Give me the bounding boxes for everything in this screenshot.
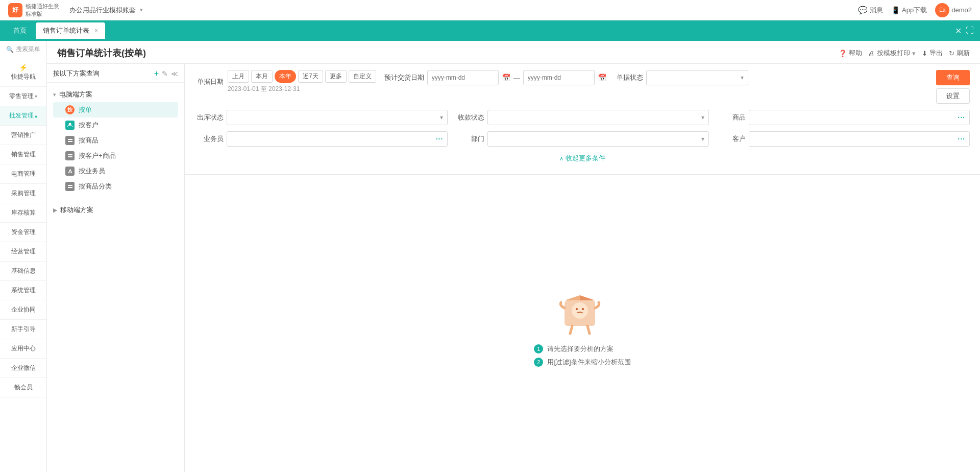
sidebar-item-finance[interactable]: 资金管理 xyxy=(0,223,46,242)
scheme-item-by-goods[interactable]: 按商品 xyxy=(53,133,178,148)
scheme-group-label: 电脑端方案 xyxy=(59,90,92,99)
page-actions: ❓ 帮助 🖨 按模板打印 ▾ ⬇ 导出 ↻ 刷新 xyxy=(839,49,970,58)
left-panel: 按以下方案查询 + ✎ ≪ ▾ 电脑端方案 按 xyxy=(47,64,185,472)
date-btn-this-year[interactable]: 本年 xyxy=(275,70,296,83)
filter-goods: 商品 ··· xyxy=(717,110,970,125)
filter-row-1: 单据日期 上月 本月 本年 近7天 更多 自定义 20 xyxy=(195,70,970,104)
scheme-item-by-order[interactable]: 按 按单 xyxy=(53,102,178,117)
scheme-icon-goods xyxy=(65,136,75,145)
scheme-item-by-category[interactable]: 按商品分类 xyxy=(53,179,178,194)
refresh-button[interactable]: ↻ 刷新 xyxy=(949,49,970,58)
scheme-icon-salesperson xyxy=(65,167,75,176)
page-header: 销售订单统计表(按单) ❓ 帮助 🖨 按模板打印 ▾ ⬇ 导出 ↻ 刷新 xyxy=(47,41,980,64)
sidebar-item-retail[interactable]: 零售管理 ▾ xyxy=(0,87,46,106)
window-close-icon[interactable]: ✕ xyxy=(955,26,962,36)
date-btn-7days[interactable]: 近7天 xyxy=(298,70,323,83)
tip-num-2: 2 xyxy=(534,358,543,367)
help-button[interactable]: ❓ 帮助 xyxy=(839,49,862,58)
empty-tips: 1 请先选择要分析的方案 2 用[过滤]条件来缩小分析范围 xyxy=(534,344,630,367)
sidebar-item-wholesale[interactable]: 批发管理 ▴ xyxy=(0,106,46,126)
sidebar-search[interactable]: 🔍 搜索菜单 xyxy=(0,41,46,58)
department-select[interactable]: ▾ xyxy=(487,131,708,147)
svg-rect-6 xyxy=(68,185,72,186)
sidebar-item-basic-info[interactable]: 基础信息 xyxy=(0,262,46,281)
tip-text-1: 请先选择要分析的方案 xyxy=(547,344,614,353)
customer-input-area[interactable]: ··· xyxy=(749,131,970,147)
pay-status-select[interactable]: ▾ xyxy=(487,110,708,125)
sidebar-item-ecommerce[interactable]: 电商管理 xyxy=(0,164,46,184)
app-download-button[interactable]: 📱 App下载 xyxy=(891,6,927,15)
add-scheme-button[interactable]: + xyxy=(154,69,159,78)
query-button[interactable]: 查询 xyxy=(936,70,970,85)
sidebar-item-app-center[interactable]: 应用中心 xyxy=(0,339,46,359)
date-dash: — xyxy=(513,74,520,82)
settings-button[interactable]: 设置 xyxy=(936,88,970,104)
sidebar-item-marketing[interactable]: 营销推广 xyxy=(0,126,46,145)
tab-close-icon[interactable]: × xyxy=(94,27,98,34)
dropdown-arrow-icon[interactable]: ▾ xyxy=(140,7,143,13)
sidebar-item-inventory[interactable]: 库存核算 xyxy=(0,203,46,223)
print-icon: 🖨 xyxy=(868,50,875,57)
date-btn-this-month[interactable]: 本月 xyxy=(251,70,273,83)
scheme-icon-cust-goods xyxy=(65,151,75,160)
customer-more-icon[interactable]: ··· xyxy=(958,135,965,143)
print-button[interactable]: 🖨 按模板打印 ▾ xyxy=(868,49,916,58)
scheme-label-goods: 按商品 xyxy=(79,136,99,145)
scheme-label-salesperson: 按业务员 xyxy=(79,167,105,176)
scheme-label-cust-goods: 按客户+商品 xyxy=(79,151,116,160)
date-cal-end-icon[interactable]: 📅 xyxy=(598,74,606,82)
tab-home[interactable]: 首页 xyxy=(6,22,34,39)
expected-date-end-input[interactable] xyxy=(523,70,595,85)
tip-text-2: 用[过滤]条件来缩小分析范围 xyxy=(547,358,630,367)
page-title: 销售订单统计表(按单) xyxy=(57,47,146,59)
sidebar-item-operations[interactable]: 经营管理 xyxy=(0,242,46,262)
expected-date-start-input[interactable] xyxy=(427,70,499,85)
status-select[interactable]: ▾ xyxy=(646,70,748,85)
sidebar-item-wechat[interactable]: 企业微信 xyxy=(0,359,46,378)
goods-input-area[interactable]: ··· xyxy=(749,110,970,125)
top-bar: 好 畅捷通好生意 标准版 办公用品行业模拟账套 ▾ 💬 消息 📱 App下载 E… xyxy=(0,0,980,20)
date-btn-last-month[interactable]: 上月 xyxy=(228,70,249,83)
scheme-item-by-customer-goods[interactable]: 按客户+商品 xyxy=(53,148,178,163)
message-button[interactable]: 💬 消息 xyxy=(858,6,883,15)
ship-status-select[interactable]: ▾ xyxy=(227,110,448,125)
date-btn-more[interactable]: 更多 xyxy=(325,70,347,83)
goods-label: 商品 xyxy=(717,113,746,122)
scheme-item-by-salesperson[interactable]: 按业务员 xyxy=(53,163,178,179)
scheme-label-category: 按商品分类 xyxy=(79,182,112,191)
export-button[interactable]: ⬇ 导出 xyxy=(922,49,943,58)
message-icon: 💬 xyxy=(858,6,868,15)
window-maximize-icon[interactable]: ⛶ xyxy=(966,26,974,35)
scheme-label-customer: 按客户 xyxy=(79,121,99,130)
collapse-panel-button[interactable]: ≪ xyxy=(171,70,178,78)
edit-scheme-button[interactable]: ✎ xyxy=(162,69,168,78)
tip-num-1: 1 xyxy=(534,344,543,353)
tab-sales-stats[interactable]: 销售订单统计表 × xyxy=(36,22,105,39)
sidebar-quick-nav[interactable]: ⚡ 快捷导航 xyxy=(0,58,46,87)
sidebar-item-enterprise[interactable]: 企业协同 xyxy=(0,300,46,320)
help-icon: ❓ xyxy=(839,50,847,57)
nav-icon: ⚡ xyxy=(19,63,28,72)
sidebar-item-guide[interactable]: 新手引导 xyxy=(0,320,46,339)
sidebar-item-sales[interactable]: 销售管理 xyxy=(0,145,46,164)
sidebar-item-system[interactable]: 系统管理 xyxy=(0,281,46,300)
sidebar-item-purchase[interactable]: 采购管理 xyxy=(0,184,46,203)
scheme-group-mobile[interactable]: ▶ 移动端方案 xyxy=(53,202,178,218)
data-area: 1 请先选择要分析的方案 2 用[过滤]条件来缩小分析范围 xyxy=(185,175,980,472)
salesperson-input-area[interactable]: ··· xyxy=(227,131,448,147)
date-cal-start-icon[interactable]: 📅 xyxy=(502,74,510,82)
user-menu[interactable]: Ea demo2 xyxy=(935,3,972,17)
query-btn-group: 查询 设置 xyxy=(936,70,970,104)
empty-illustration xyxy=(552,280,613,336)
scheme-label-order: 按单 xyxy=(79,105,92,114)
collapse-more-conditions[interactable]: ∧ 收起更多条件 xyxy=(195,149,970,168)
scheme-group-pc[interactable]: ▾ 电脑端方案 xyxy=(53,87,178,102)
content-body: 按以下方案查询 + ✎ ≪ ▾ 电脑端方案 按 xyxy=(47,64,980,472)
logo-area: 好 畅捷通好生意 标准版 xyxy=(8,3,59,17)
left-panel-title: 按以下方案查询 xyxy=(53,69,100,78)
goods-more-icon[interactable]: ··· xyxy=(958,113,965,122)
scheme-item-by-customer[interactable]: 按客户 xyxy=(53,117,178,133)
sidebar-item-member[interactable]: 畅会员 xyxy=(0,378,46,397)
date-btn-custom[interactable]: 自定义 xyxy=(349,70,376,83)
salesperson-more-icon[interactable]: ··· xyxy=(436,135,444,143)
